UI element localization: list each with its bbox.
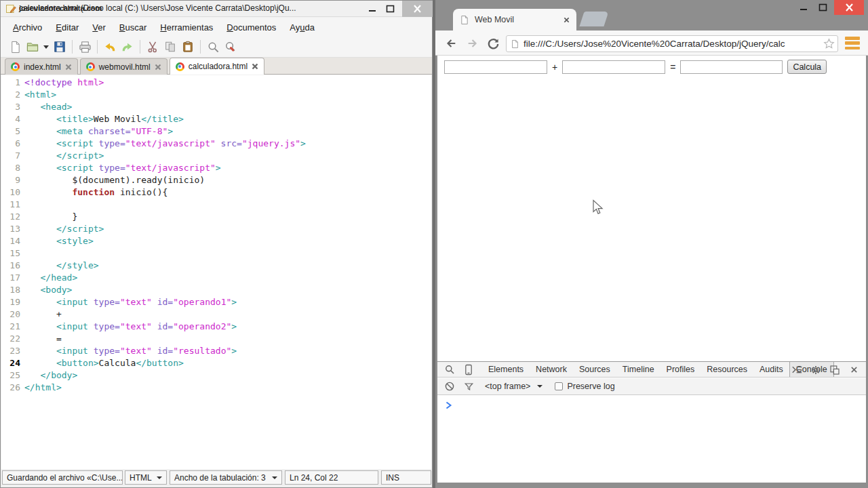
menu-archivo[interactable]: Archivo — [6, 20, 49, 35]
undo-icon[interactable] — [101, 39, 119, 54]
code-line: <script type="text/javascript"> — [24, 162, 306, 174]
browser-tab[interactable]: Web Movil — [453, 9, 576, 30]
code-line: </script> — [24, 223, 306, 235]
menu-buscar[interactable]: Buscar — [113, 20, 153, 35]
devtools-tab-network[interactable]: Network — [530, 362, 573, 377]
devtools-tabbar: Elements Network Sources Timeline Profil… — [437, 362, 866, 378]
line-number: 12 — [1, 211, 20, 223]
code-line: } — [24, 211, 306, 223]
line-number: 15 — [1, 247, 20, 260]
chrome-menu-icon[interactable] — [845, 37, 860, 49]
line-number: 5 — [1, 125, 20, 138]
url-text[interactable]: file:///C:/Users/Jose%20Vicente%20Carrat… — [524, 39, 819, 49]
operando2-input[interactable] — [562, 60, 665, 74]
clear-console-icon[interactable] — [440, 379, 459, 394]
editor-tab-webmovil[interactable]: webmovil.html — [80, 58, 167, 75]
redo-icon[interactable] — [119, 39, 136, 54]
devtools-close-icon[interactable] — [844, 363, 863, 378]
filter-funnel-icon[interactable] — [459, 379, 478, 394]
tab-close-icon[interactable] — [155, 64, 161, 70]
address-bar[interactable]: file:///C:/Users/Jose%20Vicente%20Carrat… — [506, 35, 838, 52]
cut-icon[interactable] — [144, 39, 161, 54]
menu-ver[interactable]: Ver — [85, 20, 113, 35]
tab-width-select[interactable]: Ancho de la tabulación: 3 — [170, 470, 282, 485]
editor-tab-index[interactable]: index.html — [5, 58, 78, 75]
devtools-tab-audits[interactable]: Audits — [753, 362, 789, 377]
devtools-tabs: Elements Network Sources Timeline Profil… — [482, 362, 834, 377]
cursor-position: Ln 24, Col 22 — [285, 470, 378, 485]
browser-window: Web Movil file:///C:/Users/Jose%2 — [435, 0, 868, 488]
code-line: function inicio(){ — [24, 186, 306, 199]
line-number: 9 — [1, 174, 20, 186]
devtools-panel: Elements Network Sources Timeline Profil… — [437, 361, 866, 483]
chrome-file-icon — [11, 62, 20, 71]
devtools-inspect-icon[interactable] — [440, 362, 459, 377]
tab-close-icon[interactable] — [252, 63, 258, 70]
code-editor[interactable]: 1234567891011121314151617181920212223242… — [1, 75, 431, 469]
reload-button[interactable] — [486, 36, 500, 51]
search-replace-icon[interactable] — [222, 39, 239, 54]
editor-maximize-button[interactable] — [382, 1, 398, 17]
menu-ayuda[interactable]: Ayuda — [283, 20, 321, 35]
line-number: 13 — [1, 223, 20, 235]
copy-icon[interactable] — [161, 39, 179, 54]
line-number: 3 — [1, 101, 20, 113]
code-line: <button>Calcula</button> — [24, 357, 306, 369]
preserve-log-checkbox[interactable] — [555, 382, 563, 390]
save-icon[interactable] — [51, 39, 68, 54]
devtools-tab-resources[interactable]: Resources — [701, 362, 753, 377]
language-mode-select[interactable]: HTML — [125, 470, 167, 485]
editor-tab-calculadora[interactable]: calculadora.html — [170, 58, 264, 75]
bookmark-star-icon[interactable] — [823, 38, 835, 49]
forward-button[interactable] — [465, 36, 480, 51]
new-file-icon[interactable] — [6, 39, 24, 54]
plus-sign: + — [552, 62, 557, 73]
menu-documentos[interactable]: Documentos — [220, 20, 283, 35]
insert-mode: INS — [381, 470, 431, 485]
line-number: 18 — [1, 284, 20, 296]
menu-herramientas[interactable]: Herramientas — [153, 20, 220, 35]
browser-minimize-button[interactable] — [795, 0, 812, 15]
browser-maximize-button[interactable] — [814, 0, 831, 15]
new-tab-button[interactable] — [579, 12, 608, 26]
search-icon[interactable] — [204, 39, 222, 54]
screen: calculadora.html (Disco local (C:) \User… — [0, 0, 868, 488]
editor-titlebar[interactable]: calculadora.html (Disco local (C:) \User… — [1, 1, 432, 17]
devtools-tab-elements[interactable]: Elements — [482, 362, 530, 377]
settings-gear-icon[interactable] — [806, 363, 825, 378]
line-number: 24 — [1, 357, 20, 369]
console-output[interactable] — [437, 396, 866, 483]
calcula-button[interactable]: Calcula — [787, 60, 827, 74]
menu-editar[interactable]: Editar — [49, 20, 85, 35]
frame-selector[interactable]: <top frame> — [485, 382, 530, 391]
dock-side-icon[interactable] — [825, 363, 844, 378]
console-toolbar: <top frame> Preserve log — [437, 378, 866, 395]
editor-close-button[interactable] — [402, 1, 433, 17]
code-line: <style> — [24, 235, 306, 247]
back-button[interactable] — [443, 36, 458, 51]
tab-close-icon[interactable] — [65, 64, 72, 70]
editor-minimize-button[interactable] — [364, 1, 380, 17]
page-favicon — [460, 15, 469, 25]
print-icon[interactable] — [76, 39, 94, 54]
browser-close-button[interactable] — [834, 0, 864, 15]
resultado-input[interactable] — [680, 60, 783, 74]
browser-tab-title: Web Movil — [475, 15, 558, 24]
operando1-input[interactable] — [444, 60, 547, 74]
devtools-tab-profiles[interactable]: Profiles — [660, 362, 701, 377]
frame-selector-arrow-icon[interactable] — [537, 385, 542, 388]
toolbar-separator — [97, 40, 98, 54]
code-lines: <!doctype html><html> <head> <title>Web … — [24, 75, 306, 469]
open-folder-icon[interactable] — [24, 39, 41, 54]
device-mode-icon[interactable] — [459, 362, 478, 377]
open-dropdown-icon[interactable] — [41, 39, 51, 54]
line-number: 22 — [1, 333, 20, 345]
devtools-tab-sources[interactable]: Sources — [573, 362, 616, 377]
preserve-log-label[interactable]: Preserve log — [567, 382, 614, 391]
editor-toolbar — [1, 37, 432, 58]
code-line — [24, 199, 306, 211]
paste-icon[interactable] — [179, 39, 197, 54]
browser-tab-close-icon[interactable] — [564, 17, 570, 23]
devtools-tab-timeline[interactable]: Timeline — [616, 362, 660, 377]
console-drawer-icon[interactable] — [787, 363, 806, 378]
